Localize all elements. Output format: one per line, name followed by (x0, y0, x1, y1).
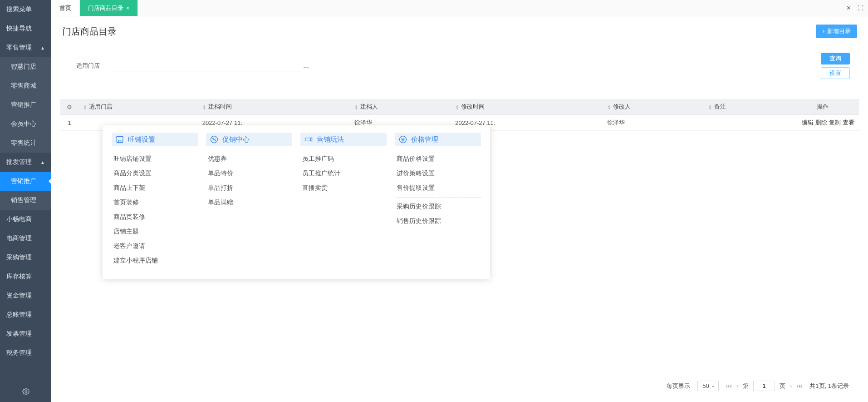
add-directory-button[interactable]: + 新增目录 (816, 25, 857, 38)
page-next-icon[interactable]: › (790, 382, 792, 389)
flyout-item[interactable]: 直播卖货 (300, 181, 387, 195)
flyout-title: 营销玩法 (317, 135, 344, 144)
sort-icon[interactable] (455, 104, 459, 110)
sidebar-item-11[interactable]: 小畅电商 (0, 210, 51, 229)
flyout-item[interactable]: 员工推广统计 (300, 166, 387, 181)
per-page-select[interactable]: 50 (697, 381, 718, 391)
flyout-item[interactable]: 首页装修 (112, 195, 198, 210)
cell-updater: 徐泽华 (603, 115, 704, 131)
sidebar-item-6[interactable]: 会员中心 (0, 114, 51, 134)
sidebar-item-8[interactable]: 批发管理▲ (0, 153, 51, 172)
sidebar-item-10[interactable]: 销售管理 (0, 191, 51, 210)
flyout-item[interactable]: 售价提取设置 (395, 181, 481, 195)
close-icon[interactable]: ✕ (846, 5, 851, 11)
sort-icon[interactable] (83, 104, 87, 110)
more-filter-icon[interactable]: … (303, 63, 309, 69)
tab-0[interactable]: 首页 (51, 0, 80, 16)
col-header-4[interactable]: 修改时间 (451, 99, 603, 115)
page-first-icon[interactable]: ⏮ (726, 382, 732, 389)
page-input[interactable] (753, 381, 775, 391)
flyout-title: 旺铺设置 (128, 135, 155, 144)
svg-point-3 (215, 140, 216, 141)
flyout-item[interactable]: 采购历史价跟踪 (395, 199, 481, 214)
sidebar-item-label: 电商管理 (6, 234, 32, 243)
divider (395, 197, 481, 198)
sort-icon[interactable] (202, 104, 206, 110)
sidebar-item-13[interactable]: 采购管理 (0, 248, 51, 267)
sidebar-item-0[interactable]: 搜索菜单 (0, 0, 51, 19)
flyout-item[interactable]: 单品满赠 (206, 195, 292, 210)
flyout-item[interactable]: 进价策略设置 (395, 166, 481, 181)
row-action-查看[interactable]: 查看 (843, 119, 854, 126)
search-button[interactable]: 查询 (821, 53, 850, 65)
flyout-item[interactable]: 建立小程序店铺 (112, 253, 198, 268)
cell-idx: 1 (60, 115, 78, 131)
fullscreen-icon[interactable]: ⛶ (858, 5, 863, 11)
flyout-item[interactable]: 店铺主题 (112, 224, 198, 239)
sidebar-item-label: 资金管理 (6, 292, 32, 300)
tab-close-icon[interactable]: × (126, 5, 129, 11)
sidebar-item-5[interactable]: 营销推广 (0, 95, 51, 114)
sidebar-item-18[interactable]: 税务管理 (0, 343, 51, 362)
settings-button[interactable]: 设置 (821, 67, 850, 79)
sidebar-item-label: 会员中心 (11, 120, 36, 128)
flyout-item[interactable]: 销售历史价跟踪 (395, 214, 481, 228)
page-last-icon[interactable]: ⏭ (796, 382, 802, 389)
sidebar-item-9[interactable]: 营销推广 (0, 172, 51, 191)
sidebar-item-1[interactable]: 快捷导航 (0, 19, 51, 38)
flyout-item[interactable]: 老客户邀请 (112, 239, 198, 253)
marketing-icon (304, 135, 313, 144)
flyout-item[interactable]: 单品特价 (206, 166, 292, 181)
store-filter-input[interactable] (108, 60, 299, 71)
row-action-复制[interactable]: 复制 (829, 119, 841, 126)
sidebar-item-16[interactable]: 总账管理 (0, 305, 51, 324)
flyout-item[interactable]: 优惠券 (206, 152, 292, 166)
row-action-删除[interactable]: 删除 (815, 119, 827, 126)
sidebar-item-7[interactable]: 零售统计 (0, 134, 51, 153)
page-prev-icon[interactable]: ‹ (736, 382, 738, 389)
flyout-item[interactable]: 商品价格设置 (395, 152, 481, 166)
col-header-7[interactable]: 操作 (786, 99, 859, 115)
flyout-item[interactable]: 商品页装修 (112, 210, 198, 224)
chevron-up-icon: ▲ (40, 45, 45, 50)
flyout-header: 营销玩法 (300, 133, 387, 146)
sidebar-item-label: 零售管理 (6, 44, 32, 52)
flyout-column-0: 旺铺设置旺铺店铺设置商品分类设置商品上下架首页装修商品页装修店铺主题老客户邀请建… (112, 133, 198, 268)
sidebar-item-17[interactable]: 发票管理 (0, 324, 51, 343)
flyout-title: 价格管理 (411, 135, 438, 144)
sidebar-item-14[interactable]: 库存核算 (0, 267, 51, 286)
sort-icon[interactable] (708, 104, 712, 110)
sidebar-item-15[interactable]: 资金管理 (0, 286, 51, 305)
flyout-column-2: 营销玩法员工推广码员工推广统计直播卖货 (300, 133, 387, 268)
col-header-2[interactable]: 建档时间 (198, 99, 350, 115)
flyout-header: 价格管理 (395, 133, 481, 146)
sidebar-item-label: 智慧门店 (11, 63, 36, 71)
shop-icon (115, 135, 124, 144)
row-action-编辑[interactable]: 编辑 (802, 119, 814, 126)
col-header-0[interactable]: ⚙ (60, 99, 78, 115)
sidebar-settings[interactable] (0, 382, 51, 402)
tab-label: 首页 (59, 4, 71, 12)
sidebar-item-12[interactable]: 电商管理 (0, 229, 51, 248)
col-header-1[interactable]: 适用门店 (78, 99, 198, 115)
sidebar-item-2[interactable]: 零售管理▲ (0, 38, 51, 57)
col-header-3[interactable]: 建档人 (350, 99, 451, 115)
gear-icon[interactable]: ⚙ (67, 104, 72, 110)
filter-row: 适用门店 … 查询 设置 (60, 49, 859, 84)
sidebar-item-3[interactable]: 智慧门店 (0, 57, 51, 76)
sort-icon[interactable] (607, 104, 611, 110)
flyout-item[interactable]: 商品分类设置 (112, 166, 198, 181)
page-header: 门店商品目录 + 新增目录 (51, 16, 868, 45)
flyout-item[interactable]: 员工推广码 (300, 152, 387, 166)
sidebar-item-4[interactable]: 零售商城 (0, 76, 51, 95)
sidebar-item-label: 库存核算 (6, 273, 32, 281)
chevron-up-icon: ▲ (40, 160, 45, 165)
col-header-5[interactable]: 修改人 (603, 99, 704, 115)
flyout-item[interactable]: 单品打折 (206, 181, 292, 195)
flyout-item[interactable]: 旺铺店铺设置 (112, 152, 198, 166)
tab-1[interactable]: 门店商品目录× (80, 0, 138, 16)
flyout-item[interactable]: 商品上下架 (112, 181, 198, 195)
sort-icon[interactable] (354, 104, 358, 110)
col-header-6[interactable]: 备注 (704, 99, 786, 115)
svg-point-0 (25, 391, 27, 392)
